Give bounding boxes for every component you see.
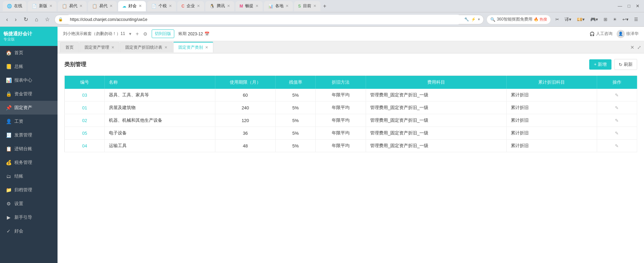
- cell-expense: 管理费用_固定资产折旧_一级: [366, 89, 506, 101]
- tab-assets-mgmt[interactable]: 固定资产管理 ✕: [79, 42, 119, 52]
- cell-months: 48: [215, 140, 275, 152]
- add-button[interactable]: + 新增: [589, 59, 611, 70]
- edit-icon[interactable]: ✎: [615, 131, 619, 136]
- sidebar-item-guide[interactable]: ▶ 新手引导: [0, 211, 58, 224]
- sidebar-item-home[interactable]: 🏠 首页: [0, 46, 58, 60]
- cell-residual: 5%: [275, 89, 315, 101]
- browser-tab-7[interactable]: C 企业 ✕: [177, 1, 204, 11]
- tab-close-3[interactable]: ✕: [79, 4, 83, 8]
- maximize-button[interactable]: □: [626, 3, 632, 9]
- edit-icon[interactable]: ✎: [615, 143, 619, 148]
- tab-close-7[interactable]: ✕: [197, 4, 200, 8]
- edit-icon[interactable]: ✎: [615, 93, 619, 98]
- sidebar-item-archive[interactable]: 📁 归档管理: [0, 183, 58, 197]
- tab-home[interactable]: 首页: [60, 42, 79, 52]
- table-row: 03 器具、工具、家具等 60 5% 年限平均 管理费用_固定资产折旧_一级 累…: [65, 89, 637, 101]
- browser-tab-10[interactable]: 📊 各地 ✕: [264, 1, 293, 11]
- close-period-icon: 🗂: [5, 174, 12, 179]
- calendar-icon[interactable]: 📅: [204, 32, 210, 36]
- settings-button[interactable]: ⚙: [143, 31, 148, 37]
- browser-tab-8[interactable]: 🐧 腾讯 ✕: [205, 1, 234, 11]
- sidebar-item-ledger[interactable]: 📒 总账: [0, 60, 58, 73]
- sidebar-item-funds[interactable]: 🔒 资金管理: [0, 87, 58, 101]
- headset-icon: 🎧: [590, 32, 595, 36]
- address-input[interactable]: [65, 15, 462, 24]
- tab-close-4[interactable]: ✕: [110, 4, 113, 8]
- sidebar-item-close[interactable]: 🗂 结账: [0, 169, 58, 183]
- table-row: 01 房屋及建筑物 240 5% 年限平均 管理费用_固定资产折旧_一级 累计折…: [65, 101, 637, 114]
- minimize-button[interactable]: —: [616, 3, 624, 9]
- cell-expense: 管理费用_固定资产折旧_一级: [366, 127, 506, 140]
- browser-tab-11[interactable]: S 目前 ✕: [294, 1, 320, 11]
- consult-label[interactable]: 🎧 人工咨询: [590, 31, 613, 37]
- grid-icon[interactable]: ⊞: [602, 16, 609, 23]
- translate-icon[interactable]: 译▾: [563, 16, 573, 23]
- browser-tab-3[interactable]: 📋 易代 ✕: [58, 1, 87, 11]
- topbar: 刘小艳演示账套（勿删勿动！）11 ▾ + ⚙ 切到旧版 账期 2023-12 📅…: [58, 27, 644, 41]
- cut-icon[interactable]: ✂: [554, 16, 561, 23]
- sidebar-item-sales[interactable]: 📋 进销台账: [0, 142, 58, 156]
- tab-close-6[interactable]: ✕: [169, 4, 172, 8]
- tab-close-8[interactable]: ✕: [227, 4, 230, 8]
- new-tab-button[interactable]: +: [322, 3, 328, 9]
- table-row: 04 运输工具 48 5% 年限平均 管理费用_固定资产折旧_一级 累计折旧 ✎: [65, 140, 637, 152]
- switch-version-button[interactable]: 切到旧版: [152, 29, 174, 38]
- bookmark-button[interactable]: ☆: [43, 15, 52, 23]
- page-title: 类别管理: [64, 61, 86, 68]
- sun-icon[interactable]: ☀: [611, 16, 619, 23]
- tab-close-11[interactable]: ✕: [313, 4, 316, 8]
- tab-close-9[interactable]: ✕: [255, 4, 258, 8]
- dropdown-button[interactable]: ▾: [129, 31, 131, 36]
- tax-icon: 💰: [5, 160, 12, 165]
- wallet-icon[interactable]: 💴▾: [575, 16, 586, 23]
- menu-icon[interactable]: ☰: [632, 16, 640, 23]
- game-icon[interactable]: 🎮▾: [589, 16, 600, 23]
- add-account-button[interactable]: +: [136, 31, 139, 37]
- tab-close-5[interactable]: ✕: [139, 4, 142, 8]
- cell-name: 房屋及建筑物: [105, 101, 215, 114]
- edit-icon[interactable]: ✎: [615, 105, 619, 110]
- sidebar-item-settings[interactable]: ⚙ 设置: [0, 197, 58, 211]
- browser-tab-2[interactable]: 📄 新版 ✕: [28, 1, 56, 11]
- edit-icon[interactable]: ✎: [615, 118, 619, 123]
- browser-tab-6[interactable]: 📄 个税 ✕: [147, 1, 176, 11]
- browser-tab-5[interactable]: ☁ 好会 ✕: [118, 1, 146, 11]
- tab-window-close[interactable]: ✕: [630, 45, 634, 50]
- home-button[interactable]: ⌂: [33, 16, 40, 23]
- cell-action: ✎: [597, 89, 637, 101]
- tab-close-category[interactable]: ✕: [205, 45, 208, 50]
- tab-close-10[interactable]: ✕: [286, 4, 289, 8]
- cell-months: 120: [215, 114, 275, 127]
- sidebar-item-payroll[interactable]: 👤 工资: [0, 115, 58, 128]
- tab-close-2[interactable]: ✕: [49, 4, 52, 8]
- sidebar-item-invoice[interactable]: 🧾 发票管理: [0, 128, 58, 142]
- cell-name: 机器、机械和其他生产设备: [105, 114, 215, 127]
- tab-depreciation-table[interactable]: 固定资产折旧统计表 ✕: [120, 42, 173, 52]
- tab-asset-category[interactable]: 固定资产类别 ✕: [173, 42, 213, 52]
- close-button[interactable]: ✕: [634, 3, 641, 9]
- undo-icon[interactable]: ↩▾: [621, 16, 630, 23]
- search-bar: 🔍 360智能抠图免费用 🔥 热搜: [487, 15, 551, 24]
- browser-chrome: 🌐 在线 📄 新版 ✕ 📋 易代 ✕ 📋 易代 ✕ ☁ 好会 ✕ 📄 个税 ✕ …: [0, 0, 644, 12]
- topbar-right: 🎧 人工咨询 👤 徐泽华: [590, 30, 639, 38]
- refresh-button[interactable]: ↻ 刷新: [614, 59, 637, 70]
- user-avatar[interactable]: 👤 徐泽华: [617, 30, 639, 38]
- browser-tab-9[interactable]: M 畅提 ✕: [236, 1, 263, 11]
- sidebar-item-haohui[interactable]: ✓ 好会: [0, 224, 58, 238]
- back-button[interactable]: ‹: [4, 16, 10, 23]
- home-icon: 🏠: [5, 50, 12, 56]
- forward-button[interactable]: ›: [13, 16, 18, 23]
- tab-close-depreciation[interactable]: ✕: [164, 45, 167, 50]
- sidebar-item-assets[interactable]: 📌 固定资产: [0, 101, 58, 115]
- browser-tab-1[interactable]: 🌐 在线: [3, 1, 26, 11]
- sidebar-item-reports[interactable]: 📊 报表中心: [0, 73, 58, 87]
- tab-close-assets-mgmt[interactable]: ✕: [111, 45, 114, 50]
- sidebar-item-tax[interactable]: 💰 税务管理: [0, 156, 58, 169]
- reload-button[interactable]: ↻: [22, 15, 30, 23]
- assets-table: 编号 名称 使用期限（月） 残值率 折旧方法 费用科目 累计折旧科目 操作 03…: [64, 75, 637, 152]
- browser-tab-4[interactable]: 📋 易代 ✕: [88, 1, 117, 11]
- tab-window-expand[interactable]: ⤢: [637, 45, 641, 50]
- archive-icon: 📁: [5, 187, 12, 193]
- cell-residual: 5%: [275, 140, 315, 152]
- cell-code: 03: [65, 89, 105, 101]
